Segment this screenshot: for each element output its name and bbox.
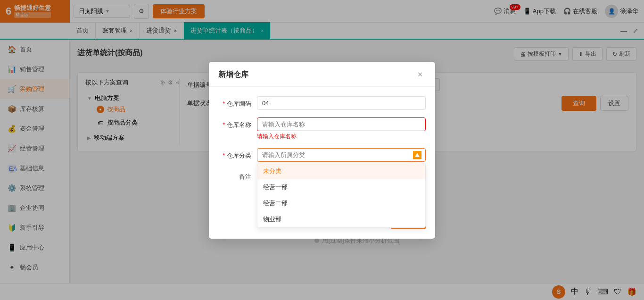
category-label: * 仓库分类: [218, 148, 251, 160]
form-row-code: * 仓库编码: [218, 96, 426, 110]
modal-overlay: 新增仓库 × * 仓库编码 * 仓库名称: [0, 0, 644, 300]
dropdown-item-dept1[interactable]: 经营一部: [257, 179, 425, 195]
modal-close-icon[interactable]: ×: [414, 69, 426, 81]
modal-new-warehouse: 新增仓库 × * 仓库编码 * 仓库名称: [209, 62, 435, 239]
code-label: * 仓库编码: [218, 96, 251, 108]
category-required-mark: *: [223, 152, 225, 159]
code-field: [257, 96, 426, 110]
form-row-name: * 仓库名称 请输入仓库名称: [218, 117, 426, 141]
category-input-wrap: 🔼: [257, 148, 426, 162]
dropdown-item-uncategorized[interactable]: 未分类: [257, 163, 425, 179]
note-label: 备注: [218, 169, 251, 181]
category-field: 🔼 未分类 经营一部 经营二部 物业部: [257, 148, 426, 162]
category-toggle-icon[interactable]: 🔼: [413, 150, 422, 159]
dropdown-item-property[interactable]: 物业部: [257, 211, 425, 227]
name-label: * 仓库名称: [218, 117, 251, 129]
warehouse-name-input[interactable]: [257, 117, 426, 131]
warehouse-code-input[interactable]: [257, 96, 426, 110]
dropdown-item-dept2[interactable]: 经营二部: [257, 195, 425, 211]
category-input[interactable]: [257, 148, 426, 162]
modal-title: 新增仓库: [218, 70, 248, 80]
name-required-mark: *: [223, 121, 225, 128]
modal-header: 新增仓库 ×: [209, 62, 435, 87]
name-field: 请输入仓库名称: [257, 117, 426, 141]
code-required-mark: *: [223, 100, 225, 107]
modal-body: * 仓库编码 * 仓库名称 请输入仓库名称: [209, 87, 435, 199]
category-dropdown: 未分类 经营一部 经营二部 物业部: [257, 163, 426, 228]
name-error-message: 请输入仓库名称: [257, 133, 426, 141]
form-row-category: * 仓库分类 🔼 未分类 经营一部 经营二部 物业部: [218, 148, 426, 162]
